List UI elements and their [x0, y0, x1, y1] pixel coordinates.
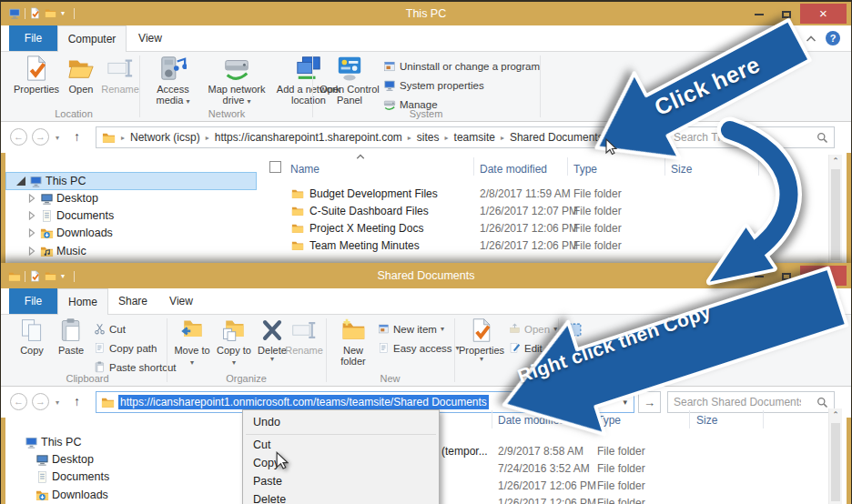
copy-button[interactable]: Copy	[14, 318, 50, 356]
close-button[interactable]: ×	[800, 266, 847, 286]
expander-collapsed-icon[interactable]	[27, 194, 36, 203]
tab-share[interactable]: Share	[108, 288, 157, 314]
forward-button[interactable]: →	[32, 393, 49, 410]
scrollbar[interactable]: ⌃	[828, 155, 842, 263]
open-button[interactable]: Open	[65, 55, 97, 95]
sidebar-item-desktop[interactable]: Desktop	[52, 453, 94, 466]
dropdown-caret: ▾	[459, 356, 504, 362]
expander-expanded-icon[interactable]	[16, 176, 25, 186]
search-input[interactable]	[674, 396, 801, 408]
sidebar-item-downloads[interactable]: Downloads	[56, 227, 113, 239]
crumb-separator: ▸	[116, 134, 130, 142]
map-network-drive-button[interactable]: Map network drive ▾	[203, 55, 270, 107]
crumb-shared-documents[interactable]: Shared Documents	[510, 131, 604, 144]
menu-item-delete[interactable]: Delete	[244, 490, 438, 504]
search-box[interactable]	[667, 391, 835, 413]
select-all-icon[interactable]	[567, 322, 583, 338]
column-header-type[interactable]: Type	[573, 163, 597, 176]
titlebar[interactable]: ▾ Shared Documents ×	[1, 263, 851, 288]
move-to-button[interactable]: Move to ▾	[172, 318, 212, 368]
sidebar-item-this-pc[interactable]: This PC	[46, 175, 86, 187]
breadcrumb[interactable]: ▸ Network (icsp) ▸ https://icansharepoin…	[96, 126, 660, 148]
maximize-button[interactable]	[773, 266, 800, 286]
expander-collapsed-icon[interactable]	[27, 228, 36, 237]
up-button[interactable]: ↑	[74, 129, 80, 144]
back-button[interactable]: ←	[10, 393, 27, 410]
tab-view[interactable]: View	[127, 25, 174, 51]
column-header-size[interactable]: Size	[671, 163, 692, 176]
minimize-button[interactable]	[746, 266, 773, 286]
sidebar-item-music[interactable]: Music	[56, 245, 86, 257]
new-item-button[interactable]: New item ▾	[378, 320, 444, 338]
select-all-checkbox[interactable]	[269, 161, 281, 173]
expander-collapsed-icon[interactable]	[27, 247, 36, 256]
column-header-date[interactable]: Date modified	[498, 414, 565, 427]
forward-button[interactable]: →	[32, 128, 49, 146]
cut-button[interactable]: Cut	[94, 320, 126, 338]
edit-button[interactable]: Edit	[509, 339, 543, 357]
crumb-separator: ▸	[200, 134, 215, 142]
file-name: Budget Development Files	[309, 187, 438, 200]
menu-item-cut[interactable]: Cut	[244, 436, 438, 454]
column-header-type[interactable]: Type	[597, 414, 621, 427]
crumb-teamsite[interactable]: teamsite	[454, 131, 495, 144]
tab-computer[interactable]: Computer	[57, 25, 127, 52]
sidebar-item-documents[interactable]: Documents	[56, 209, 114, 222]
copy-path-button[interactable]: Copy path	[94, 339, 157, 357]
paste-button[interactable]: Paste	[52, 318, 90, 356]
column-header-date[interactable]: Date modified	[480, 163, 547, 176]
search-box[interactable]	[667, 126, 835, 148]
maximize-button[interactable]	[773, 4, 800, 24]
properties-button[interactable]: Properties	[10, 55, 63, 95]
help-icon[interactable]: ?	[826, 294, 840, 308]
system-properties-button[interactable]: System properties	[383, 76, 484, 94]
crumb-site[interactable]: https://icansharepoint1.sharepoint.com	[215, 131, 402, 144]
rename-button[interactable]: Rename	[99, 55, 141, 95]
easy-access-button[interactable]: Easy access ▾	[378, 339, 460, 357]
expander-collapsed-icon[interactable]	[27, 211, 36, 220]
sidebar-item-downloads[interactable]: Downloads	[52, 489, 108, 501]
search-input[interactable]	[674, 131, 801, 144]
address-url-selected[interactable]: https://icansharepoint1.onmicrosoft.com/…	[118, 395, 489, 409]
copy-to-button[interactable]: Copy to ▾	[214, 318, 254, 368]
crumb-network[interactable]: Network (icsp)	[130, 131, 200, 144]
menu-item-undo[interactable]: Undo	[244, 413, 438, 431]
tab-home[interactable]: Home	[57, 288, 108, 315]
access-media-button[interactable]: Access media ▾	[145, 55, 201, 107]
group-location-label: Location	[8, 108, 139, 119]
uninstall-program-button[interactable]: Uninstall or change a program	[383, 57, 540, 75]
sidebar-item-documents[interactable]: Documents	[52, 470, 109, 483]
rename-button[interactable]: Rename	[284, 318, 324, 356]
close-button[interactable]: ×	[800, 4, 847, 24]
ribbon-collapse-icon[interactable]	[806, 298, 816, 306]
recent-locations-caret[interactable]: ▾	[56, 134, 59, 142]
scrollbar[interactable]: ⌃	[828, 408, 842, 504]
titlebar[interactable]: ▾ This PC ×	[1, 2, 851, 25]
address-dropdown-caret[interactable]: ▾	[623, 398, 634, 407]
scroll-up-icon[interactable]: ⌃	[829, 155, 842, 168]
open-control-panel-button[interactable]: Open Control Panel	[318, 55, 381, 106]
column-header-name[interactable]: Name	[290, 163, 320, 176]
sidebar-item-this-pc[interactable]: This PC	[41, 436, 81, 449]
search-icon[interactable]	[816, 397, 828, 408]
new-folder-button[interactable]: New folder	[332, 318, 374, 367]
ribbon-collapse-icon[interactable]	[806, 35, 816, 43]
sidebar-item-desktop[interactable]: Desktop	[56, 192, 98, 205]
scroll-up-icon[interactable]: ⌃	[829, 408, 842, 422]
open-button[interactable]: Open ▾	[509, 320, 557, 338]
search-icon[interactable]	[816, 132, 828, 144]
up-button[interactable]: ↑	[74, 394, 80, 408]
tab-view[interactable]: View	[157, 288, 205, 314]
tab-file[interactable]: File	[9, 25, 57, 51]
go-button[interactable]: →	[638, 391, 661, 413]
minimize-button[interactable]	[746, 4, 773, 24]
menu-item-paste[interactable]: Paste	[244, 472, 438, 490]
help-icon[interactable]: ?	[826, 31, 840, 45]
column-header-size[interactable]: Size	[696, 414, 717, 427]
menu-item-copy[interactable]: Copy	[244, 454, 438, 472]
properties-button[interactable]: Properties▾	[458, 318, 505, 362]
tab-file[interactable]: File	[9, 288, 57, 314]
crumb-sites[interactable]: sites	[417, 131, 440, 144]
back-button[interactable]: ←	[10, 128, 27, 146]
recent-locations-caret[interactable]: ▾	[56, 398, 59, 407]
